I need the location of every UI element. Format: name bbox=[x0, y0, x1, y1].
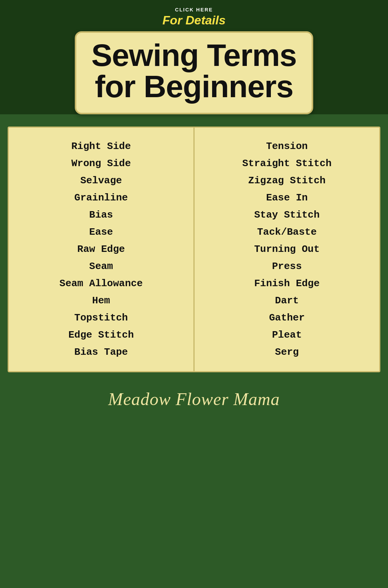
term-item: Ease bbox=[89, 225, 113, 240]
term-item: Tension bbox=[266, 139, 308, 154]
term-item: Seam bbox=[89, 259, 113, 274]
click-here-label[interactable]: CLICK HERE bbox=[175, 7, 213, 13]
term-item: Seam Allowance bbox=[60, 276, 143, 291]
term-item: Press bbox=[272, 259, 302, 274]
left-column: Right SideWrong SideSelvageGrainlineBias… bbox=[9, 128, 195, 371]
term-item: Bias bbox=[89, 208, 113, 223]
term-item: Bias Tape bbox=[74, 345, 128, 360]
title-card: Sewing Terms for Beginners bbox=[75, 31, 314, 114]
term-item: Dart bbox=[275, 293, 299, 308]
term-item: Topstitch bbox=[74, 311, 128, 325]
page-title: Sewing Terms for Beginners bbox=[92, 40, 297, 102]
term-item: Selvage bbox=[80, 173, 122, 188]
term-item: Turning Out bbox=[254, 242, 320, 257]
right-column: TensionStraight StitchZigzag StitchEase … bbox=[195, 128, 379, 371]
term-item: Edge Stitch bbox=[68, 328, 134, 343]
for-details-label[interactable]: For Details bbox=[163, 13, 225, 27]
header-section: CLICK HERE For Details Sewing Terms for … bbox=[0, 0, 388, 114]
term-item: Stay Stitch bbox=[254, 208, 320, 223]
term-item: Zigzag Stitch bbox=[248, 173, 326, 188]
term-item: Right Side bbox=[71, 139, 131, 154]
footer-signature: Meadow Flower Mama bbox=[101, 385, 288, 413]
term-item: Pleat bbox=[272, 328, 302, 343]
term-item: Serg bbox=[275, 345, 299, 360]
term-item: Ease In bbox=[266, 191, 308, 205]
term-item: Hem bbox=[92, 293, 110, 308]
term-item: Raw Edge bbox=[77, 242, 125, 257]
terms-grid: Right SideWrong SideSelvageGrainlineBias… bbox=[8, 127, 380, 372]
term-item: Wrong Side bbox=[71, 156, 131, 171]
term-item: Grainline bbox=[74, 191, 128, 205]
term-item: Straight Stitch bbox=[242, 156, 332, 171]
term-item: Finish Edge bbox=[254, 276, 320, 291]
term-item: Tack/Baste bbox=[257, 225, 317, 240]
term-item: Gather bbox=[269, 311, 305, 325]
